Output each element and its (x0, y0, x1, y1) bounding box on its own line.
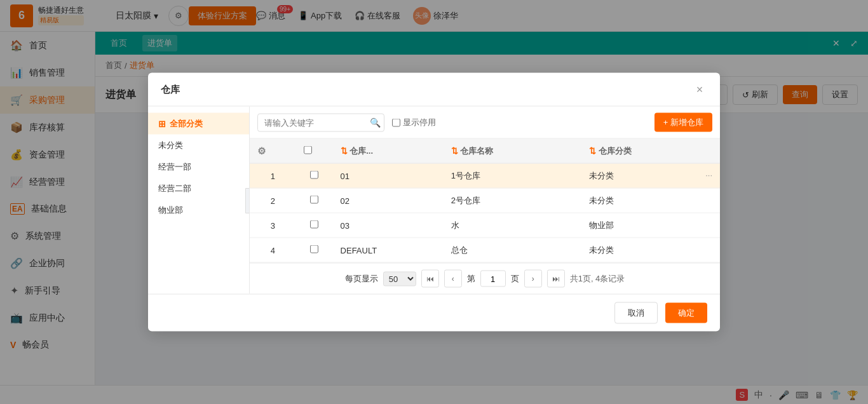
th-cat-sort-icon: ⇅ (589, 146, 596, 156)
row-check-3 (296, 213, 333, 238)
warehouse-table: ⚙ ⇅ 仓库... ⇅ 仓库名称 (250, 139, 720, 263)
row-cat-3: 物业部 (581, 213, 720, 238)
th-checkbox (296, 139, 333, 164)
show-disabled-text: 显示停用 (403, 117, 436, 128)
modal-close-btn[interactable]: × (692, 82, 707, 97)
table-head: ⚙ ⇅ 仓库... ⇅ 仓库名称 (250, 139, 720, 164)
last-page-btn[interactable]: ⏭ (547, 270, 565, 288)
row-num-2: 2 (250, 188, 296, 213)
row-num-3: 3 (250, 213, 296, 238)
row-cat-2: 未分类 (581, 188, 720, 213)
page-label2: 页 (511, 273, 519, 285)
th-name: ⇅ 仓库名称 (444, 139, 582, 164)
collapse-sidebar-btn[interactable]: « (245, 187, 250, 213)
pagination-bar: 每页显示 50 10 20 100 ⏮ ‹ 第 页 › ⏭ 共1页, 4条记录 (250, 263, 720, 294)
cat-label-ops2: 经营二部 (158, 184, 191, 193)
show-disabled-checkbox[interactable] (392, 118, 400, 126)
cat-item-property[interactable]: 物业部 (148, 199, 249, 221)
table-row[interactable]: 1 01 1号仓库 未分类 ··· (250, 163, 720, 188)
row-code-1: 01 (333, 163, 444, 188)
row-code-3: 03 (333, 213, 444, 238)
select-all-checkbox[interactable] (304, 146, 312, 154)
th-code: ⇅ 仓库... (333, 139, 444, 164)
cat-item-unclassified[interactable]: 未分类 (148, 135, 249, 156)
warehouse-modal: 仓库 × ⊞ 全部分类 未分类 经营一部 经营二部 物业部 « (148, 73, 720, 332)
search-icon[interactable]: 🔍 (370, 118, 381, 128)
th-category: ⇅ 仓库分类 (581, 139, 720, 164)
table-row[interactable]: 3 03 水 物业部 (250, 213, 720, 238)
cat-label-property: 物业部 (158, 205, 183, 215)
row-checkbox-3[interactable] (310, 220, 318, 229)
cat-item-ops1[interactable]: 经营一部 (148, 156, 249, 178)
grid-icon: ⊞ (158, 119, 166, 129)
modal-title: 仓库 (161, 83, 180, 95)
cat-label-ops1: 经营一部 (158, 162, 191, 172)
table-toolbar: 🔍 显示停用 + 新增仓库 (250, 107, 720, 139)
search-wrap: 🔍 (257, 113, 384, 131)
cancel-btn[interactable]: 取消 (614, 302, 658, 324)
row-check-4 (296, 238, 333, 262)
th-name-label: 仓库名称 (460, 146, 493, 156)
search-input[interactable] (257, 113, 384, 131)
total-info: 共1页, 4条记录 (570, 273, 625, 285)
row-name-2: 2号仓库 (444, 188, 582, 213)
table-scroll: ⚙ ⇅ 仓库... ⇅ 仓库名称 (250, 139, 720, 263)
page-number-input[interactable] (480, 271, 506, 287)
row-check-1 (296, 163, 333, 188)
row-name-3: 水 (444, 213, 582, 238)
row-checkbox-2[interactable] (310, 196, 318, 204)
modal-body: ⊞ 全部分类 未分类 经营一部 经营二部 物业部 « (148, 107, 720, 294)
page-size-select[interactable]: 50 10 20 100 (383, 271, 416, 286)
gear-th-icon[interactable]: ⚙ (257, 145, 266, 156)
cat-item-ops2[interactable]: 经营二部 (148, 178, 249, 199)
th-cat-label: 仓库分类 (599, 146, 632, 156)
page-size-label: 每页显示 (345, 273, 378, 285)
page-label: 第 (467, 273, 475, 285)
th-gear: ⚙ (250, 139, 296, 164)
row-check-2 (296, 188, 333, 213)
row-name-1: 1号仓库 (444, 163, 582, 188)
cat-all-item[interactable]: ⊞ 全部分类 (148, 113, 249, 135)
row-code-2: 02 (333, 188, 444, 213)
modal-header: 仓库 × (148, 73, 720, 107)
category-sidebar: ⊞ 全部分类 未分类 经营一部 经营二部 物业部 « (148, 107, 250, 294)
prev-page-btn[interactable]: ‹ (444, 270, 462, 288)
row-checkbox-4[interactable] (310, 245, 318, 253)
table-row[interactable]: 2 02 2号仓库 未分类 (250, 188, 720, 213)
row-cat-4: 未分类 (581, 238, 720, 262)
cat-all-label: 全部分类 (170, 118, 203, 130)
show-disabled-label[interactable]: 显示停用 (392, 117, 436, 128)
row-cat-1: 未分类 ··· (581, 163, 720, 188)
table-row[interactable]: 4 DEFAULT 总仓 未分类 (250, 238, 720, 262)
add-warehouse-btn[interactable]: + 新增仓库 (654, 113, 712, 132)
table-body: 1 01 1号仓库 未分类 ··· 2 (250, 163, 720, 262)
th-code-label: 仓库... (349, 146, 373, 156)
th-name-sort-icon: ⇅ (451, 146, 458, 156)
confirm-btn[interactable]: 确定 (665, 303, 707, 323)
next-page-btn[interactable]: › (524, 270, 542, 288)
row-name-4: 总仓 (444, 238, 582, 262)
table-area: 🔍 显示停用 + 新增仓库 ⚙ (250, 107, 720, 294)
row-num-1: 1 (250, 163, 296, 188)
modal-footer: 取消 确定 (148, 294, 720, 332)
row-checkbox-1[interactable] (310, 171, 318, 179)
first-page-btn[interactable]: ⏮ (421, 270, 439, 288)
row-action-1[interactable]: ··· (705, 170, 712, 180)
table-header-row: ⚙ ⇅ 仓库... ⇅ 仓库名称 (250, 139, 720, 164)
cat-label-unclassified: 未分类 (158, 140, 183, 150)
row-code-4: DEFAULT (333, 238, 444, 262)
th-code-sort-icon: ⇅ (341, 146, 348, 156)
row-num-4: 4 (250, 238, 296, 262)
